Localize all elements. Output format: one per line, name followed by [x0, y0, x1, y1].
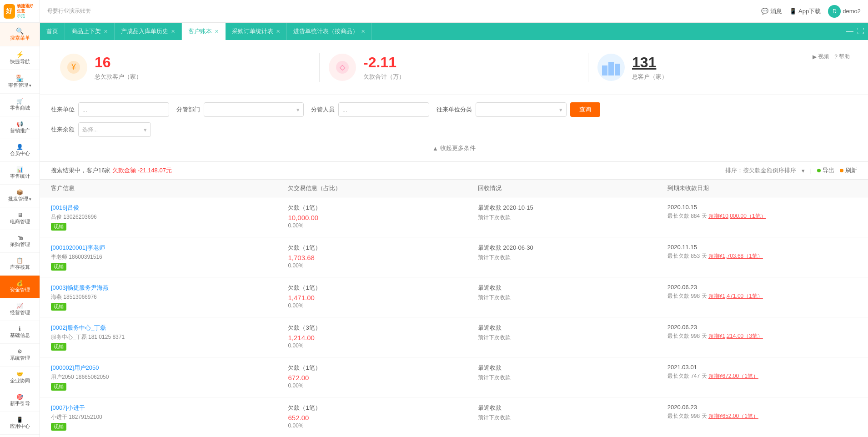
overdue-amount-link[interactable]: 超期¥1,214.00（3笔）	[708, 333, 763, 339]
sys-icon: ⚙	[2, 348, 38, 355]
customer-name-link[interactable]: [0003]畅捷服务尹海燕	[51, 284, 109, 291]
total-customers-value: 131	[632, 54, 667, 71]
tab-purchase-order[interactable]: 采购订单统计表 ✕	[226, 23, 287, 40]
debt-percent: 0.00%	[288, 342, 477, 349]
cell-debt-info: 欠款（1笔） 652.00 0.00%	[288, 404, 477, 429]
cell-customer-info: [0007]小进干 小进干 18279152100 现销	[51, 404, 288, 431]
cell-overdue: 2021.03.01 最长欠款 747 天 超期¥672.00（1笔）	[667, 364, 857, 380]
source-unit-dots: ...	[82, 106, 87, 113]
payment-date: 最近收款	[478, 404, 667, 412]
customer-name-link[interactable]: [0007]小进干	[51, 404, 85, 411]
cell-payment-status: 最近收款 预计下次收款	[478, 324, 667, 342]
message-button[interactable]: 💬 消息	[761, 7, 782, 15]
customer-name-link[interactable]: [0016]吕俊	[51, 204, 79, 211]
customer-name-link[interactable]: [000002]用户2050	[51, 364, 99, 371]
customer-tag: 现销	[51, 223, 66, 231]
tab-production-history[interactable]: 产成品入库单历史 ✕	[115, 23, 182, 40]
debt-count: 欠款（1笔）	[288, 284, 477, 292]
sidebar-item-basic-info[interactable]: ℹ 基础信息	[0, 321, 40, 344]
sidebar-item-capital-mgmt[interactable]: 💰 资金管理	[0, 276, 40, 298]
refresh-button[interactable]: 刷新	[840, 166, 857, 175]
filter-person: 分管人员 ...	[311, 102, 429, 117]
search-button[interactable]: 查询	[570, 102, 600, 117]
message-icon: 💬	[761, 8, 768, 15]
table-row: [0001020001]李老师 李老师 18600391516 现销 欠款（1笔…	[40, 237, 868, 277]
person-input[interactable]: ...	[338, 102, 429, 117]
sidebar-item-retail-mgmt[interactable]: 🏪 零售管理 ▾	[0, 70, 40, 94]
customer-tag: 现销	[51, 423, 66, 431]
sidebar-item-ecom-mgmt[interactable]: 🖥 电商管理	[0, 207, 40, 230]
source-unit-input[interactable]: ...	[78, 102, 169, 117]
tab-maximize-icon[interactable]: ⛶	[857, 27, 864, 35]
debt-amount: 652.00	[288, 414, 477, 422]
sort-arrow-icon[interactable]: ▾	[802, 167, 805, 174]
card-top-actions: ▶ 视频 ? 帮助	[813, 53, 850, 60]
overdue-days: 最长欠款 747 天 超期¥672.00（1笔）	[667, 372, 857, 380]
tab-home[interactable]: 首页	[40, 23, 65, 40]
tab-products-offline[interactable]: 商品上下架 ✕	[65, 23, 115, 40]
sidebar-item-corp-wechat[interactable]: 💬 企业微信	[0, 435, 40, 437]
tab-close-production[interactable]: ✕	[171, 29, 175, 35]
customer-phone: 用户2050 18665062050	[51, 373, 288, 381]
tab-close-products[interactable]: ✕	[104, 29, 108, 35]
overdue-amount-link[interactable]: 超期¥1,471.00（1笔）	[708, 293, 763, 299]
overdue-days: 最长欠款 884 天 超期¥10,000.00（1笔）	[667, 212, 857, 220]
cell-debt-info: 欠款（1笔） 1,703.68 0.00%	[288, 244, 477, 269]
sort-label: 排序：按欠款金额倒序排序	[725, 166, 796, 175]
sidebar-item-retail-mall[interactable]: 🛒 零售商城	[0, 94, 40, 116]
logo-text: 畅捷通好生意 示范	[17, 4, 36, 18]
overdue-amount-link[interactable]: 超期¥652.00（1笔）	[708, 413, 758, 419]
summary-card-3: 131 总客户（家） ▶ 视频 ? 帮助	[588, 49, 857, 85]
filter-balance: 往来余额 选择... ▾	[51, 122, 151, 137]
dept-select[interactable]: ▾	[204, 102, 304, 117]
sidebar-item-member-center[interactable]: 👤 会员中心	[0, 139, 40, 162]
cell-overdue: 2020.06.23 最长欠款 998 天 超期¥652.00（1笔）	[667, 404, 857, 420]
balance-select[interactable]: 选择... ▾	[78, 122, 151, 137]
sidebar-item-inventory[interactable]: 📋 库存核算	[0, 253, 40, 276]
sidebar-item-corp-collab[interactable]: 🤝 企业协同	[0, 367, 40, 389]
sidebar-search-item[interactable]: 🔍 搜索菜单	[0, 23, 40, 46]
sidebar-item-retail-stats[interactable]: 📊 零售统计	[0, 162, 40, 185]
sidebar-item-quick-nav[interactable]: ⚡ 快捷导航	[0, 46, 40, 70]
person-dots: ...	[342, 106, 347, 113]
overdue-amount-link[interactable]: 超期¥10,000.00（1笔）	[708, 213, 766, 219]
app-download-button[interactable]: 📱 App下载	[789, 7, 821, 15]
tab-close-purchase[interactable]: ✕	[276, 29, 280, 35]
help-btn[interactable]: ? 帮助	[834, 53, 850, 60]
customer-name-link[interactable]: [0002]服务中心_丁磊	[51, 324, 106, 331]
unit-type-select[interactable]: ▾	[476, 102, 567, 117]
table-header: 客户信息 欠交易信息（占比） 回收情况 到期未收款日期	[40, 180, 868, 197]
filter-dept: 分管部门 ▾	[176, 102, 304, 117]
tab-minimize-icon[interactable]: —	[846, 27, 853, 35]
card-icon-debt-customers: ¥	[60, 54, 87, 81]
filter-source-unit: 往来单位 ...	[51, 102, 169, 117]
overdue-date: 2020.10.15	[667, 204, 857, 211]
overdue-amount-link[interactable]: 超期¥672.00（1笔）	[708, 373, 758, 379]
debt-percent: 0.00%	[288, 382, 477, 389]
industry-label: 母婴行业演示账套	[47, 7, 91, 15]
sidebar-item-sys-mgmt[interactable]: ⚙ 系统管理	[0, 344, 40, 367]
overdue-amount-link[interactable]: 超期¥1,703.68（1笔）	[708, 253, 763, 259]
sidebar-item-app-center[interactable]: 📱 应用中心	[0, 412, 40, 435]
debt-percent: 0.00%	[288, 262, 477, 269]
debt-amount: 1,214.00	[288, 334, 477, 342]
sidebar-item-new-guide[interactable]: 🎯 新手引导	[0, 389, 40, 412]
export-button[interactable]: 导出	[817, 166, 834, 175]
tab-inbound-stats[interactable]: 进货单统计表（按商品） ✕	[287, 23, 372, 40]
sidebar-item-purchase-mgmt[interactable]: 🛍 采购管理	[0, 230, 40, 253]
tab-close-customer[interactable]: ✕	[215, 29, 219, 35]
customer-name-link[interactable]: [0001020001]李老师	[51, 244, 105, 251]
collapse-filter-button[interactable]: ▲ 收起更多条件	[51, 142, 857, 154]
sidebar-item-marketing[interactable]: 📢 营销推广	[0, 116, 40, 139]
debt-count: 欠款（1笔）	[288, 244, 477, 252]
video-btn[interactable]: ▶ 视频	[813, 53, 829, 60]
tab-close-inbound[interactable]: ✕	[361, 29, 365, 35]
tab-customer-account[interactable]: 客户账本 ✕	[182, 23, 226, 40]
sidebar-item-ops-mgmt[interactable]: 📈 经营管理	[0, 298, 40, 321]
cell-debt-info: 欠款（3笔） 1,214.00 0.00%	[288, 324, 477, 349]
unit-type-label: 往来单位分类	[437, 105, 472, 114]
cell-payment-status: 最近收款 2020-06-30 预计下次收款	[478, 244, 667, 261]
sidebar-item-batch-mgmt[interactable]: 📦 批发管理 ▾	[0, 185, 40, 207]
user-profile-button[interactable]: D demo2	[828, 5, 861, 18]
source-unit-label: 往来单位	[51, 105, 75, 114]
